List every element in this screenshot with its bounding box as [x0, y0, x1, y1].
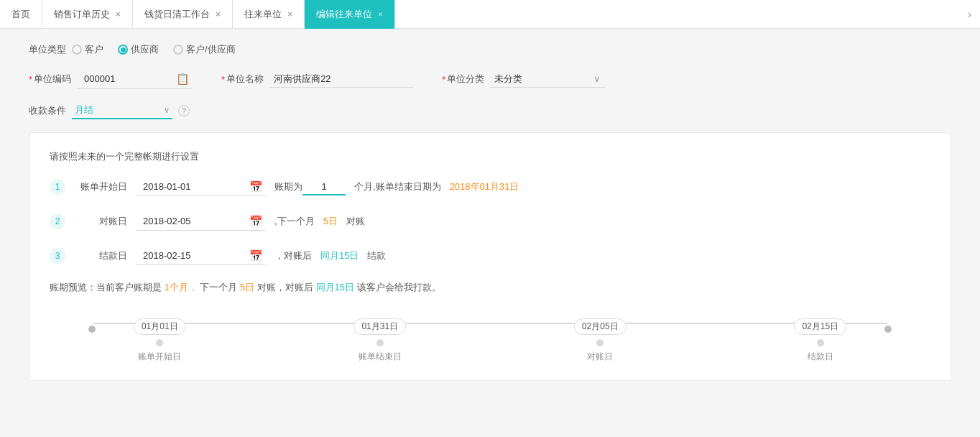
tab-partner-label: 往来单位 — [244, 8, 282, 21]
payment-cond-dropdown[interactable]: 月结 ∨ — [72, 102, 172, 119]
step-3-calendar-icon[interactable]: 📅 — [249, 249, 263, 262]
timeline-label-3: 对账日 — [587, 351, 613, 363]
step-2-date-wrapper: 📅 — [136, 212, 266, 231]
timeline-label-2: 账单结束日 — [359, 351, 402, 363]
timeline-points: 01月01日 账单开始日 01月31日 账单结束日 02月05日 对账日 02月… — [50, 318, 930, 363]
step-2-row: 2 对账日 📅 ,下一个月 5日 对账 — [50, 212, 930, 231]
timeline-container: 01月01日 账单开始日 01月31日 账单结束日 02月05日 对账日 02月… — [50, 311, 930, 363]
unit-code-star: * — [29, 74, 32, 85]
step-2-label: 对账日 — [77, 215, 127, 228]
tab-sales-history-label: 销售订单历史 — [54, 8, 110, 21]
radio-supplier-label: 供应商 — [131, 43, 159, 56]
preview-period: 1个月， — [165, 282, 198, 293]
unit-code-label: 单位编码 — [34, 73, 71, 86]
unit-type-radio-group: 客户 供应商 客户/供应商 — [72, 43, 236, 56]
tab-cash-work-label: 钱货日清工作台 — [144, 8, 210, 21]
step-1-calendar-icon[interactable]: 📅 — [249, 180, 263, 193]
main-content: 单位类型 客户 供应商 客户/供应商 * 单位编码 📋 * 单位名称 — [0, 29, 980, 437]
step-3-highlight: 同月15日 — [320, 249, 359, 262]
radio-customer-label: 客户 — [85, 43, 103, 56]
step-3-label: 结款日 — [77, 249, 127, 262]
step-2-num: 2 — [50, 213, 65, 229]
radio-supplier-circle — [118, 45, 128, 55]
radio-both-circle — [173, 45, 183, 55]
timeline-badge-4: 02月15日 — [794, 318, 846, 335]
timeline-point-1: 01月01日 账单开始日 — [50, 318, 270, 363]
radio-both-label: 客户/供应商 — [186, 43, 236, 56]
timeline-badge-2: 01月31日 — [353, 318, 406, 335]
tab-cash-work-close[interactable]: × — [216, 9, 221, 19]
payment-cond-arrow-icon: ∨ — [164, 106, 170, 115]
unit-type-label: 单位类型 — [29, 43, 66, 56]
timeline-right-dot — [884, 326, 892, 333]
payment-cond-value: 月结 — [75, 104, 161, 116]
timeline-dot-4 — [817, 339, 824, 346]
tab-partner[interactable]: 往来单位 × — [233, 0, 305, 29]
preview-reconcile-suffix: 对账，对账后 — [257, 282, 313, 293]
tab-edit-partner-close[interactable]: × — [378, 9, 383, 19]
step-3-row: 3 结款日 📅 ，对账后 同月15日 结款 — [50, 247, 930, 265]
section-title: 请按照未来的一个完整帐期进行设置 — [50, 150, 930, 163]
timeline-left-dot — [88, 326, 96, 333]
unit-classify-value: 未分类 — [494, 73, 593, 86]
step-3-date-input[interactable] — [139, 248, 246, 263]
step-1-num: 1 — [50, 179, 65, 195]
payment-cond-row: 收款条件 月结 ∨ ? — [29, 102, 951, 119]
step-2-calendar-icon[interactable]: 📅 — [249, 215, 263, 228]
tab-more-button[interactable]: › — [959, 8, 980, 21]
preview-text: 账期预览：当前客户账期是 1个月， 下一个月 5日 对账，对账后 同月15日 该… — [50, 281, 930, 294]
period-settings-box: 请按照未来的一个完整帐期进行设置 1 账单开始日 📅 账期为 个月,账单结束日期… — [29, 132, 951, 381]
step-1-row: 1 账单开始日 📅 账期为 个月,账单结束日期为 2018年01月31日 — [50, 178, 930, 196]
preview-end: 该客户会给我打款。 — [357, 282, 441, 293]
preview-reconcile-day: 5日 — [240, 282, 254, 293]
payment-help-icon[interactable]: ? — [178, 105, 190, 116]
unit-type-row: 单位类型 客户 供应商 客户/供应商 — [29, 43, 951, 56]
timeline-badge-1: 01月01日 — [134, 318, 186, 335]
tab-sales-history-close[interactable]: × — [116, 9, 121, 19]
radio-supplier[interactable]: 供应商 — [118, 43, 159, 56]
step-1-desc-unit: 个月,账单结束日期为 — [354, 180, 441, 193]
unit-classify-dropdown[interactable]: 未分类 ∨ — [490, 71, 605, 88]
tab-partner-close[interactable]: × — [287, 9, 292, 19]
step-2-date-input[interactable] — [139, 213, 246, 229]
step-2-highlight: 5日 — [323, 215, 338, 228]
payment-cond-label: 收款条件 — [29, 104, 66, 117]
tabs-bar: 首页 销售订单历史 × 钱货日清工作台 × 往来单位 × 编辑往来单位 × › — [0, 0, 980, 29]
step-1-label: 账单开始日 — [77, 180, 127, 193]
step-1-end-date: 2018年01月31日 — [450, 180, 519, 193]
step-3-date-wrapper: 📅 — [136, 247, 266, 265]
tab-cash-work[interactable]: 钱货日清工作台 × — [133, 0, 233, 29]
timeline-point-2: 01月31日 账单结束日 — [270, 318, 491, 363]
period-value-input[interactable] — [302, 179, 346, 196]
step-1-desc-prefix: 账期为 — [274, 180, 302, 193]
radio-both[interactable]: 客户/供应商 — [173, 43, 236, 56]
unit-name-star: * — [221, 74, 225, 85]
timeline-dot-1 — [156, 339, 163, 346]
tab-edit-partner-label: 编辑往来单位 — [316, 8, 372, 21]
step-1-date-input[interactable] — [139, 179, 246, 194]
step-3-desc-prefix: ，对账后 — [274, 249, 312, 262]
unit-code-calendar-icon[interactable]: 📋 — [176, 73, 190, 86]
step-3-desc-suffix: 结款 — [367, 249, 386, 262]
timeline-point-3: 02月05日 对账日 — [490, 318, 711, 363]
timeline-dot-3 — [596, 339, 604, 346]
unit-classify-arrow-icon: ∨ — [593, 73, 601, 84]
preview-label: 账期预览：当前客户账期是 — [50, 282, 162, 293]
unit-info-row: * 单位编码 📋 * 单位名称 * 单位分类 未分类 ∨ — [29, 69, 951, 89]
radio-customer-circle — [72, 45, 82, 55]
tab-home[interactable]: 首页 — [0, 0, 42, 29]
tab-home-label: 首页 — [11, 8, 30, 21]
timeline-label-4: 结款日 — [808, 351, 833, 363]
timeline-label-1: 账单开始日 — [138, 351, 181, 363]
unit-name-label: 单位名称 — [226, 73, 264, 86]
radio-customer[interactable]: 客户 — [72, 43, 103, 56]
tab-edit-partner[interactable]: 编辑往来单位 × — [305, 0, 395, 29]
unit-code-input[interactable] — [80, 70, 173, 87]
timeline-point-4: 02月15日 结款日 — [711, 318, 931, 363]
timeline-dot-2 — [376, 339, 384, 346]
tab-sales-history[interactable]: 销售订单历史 × — [42, 0, 133, 29]
step-3-num: 3 — [50, 248, 65, 264]
unit-classify-star: * — [442, 74, 445, 85]
unit-name-input[interactable] — [269, 70, 413, 88]
preview-reconcile-prefix: 下一个月 — [200, 282, 237, 293]
